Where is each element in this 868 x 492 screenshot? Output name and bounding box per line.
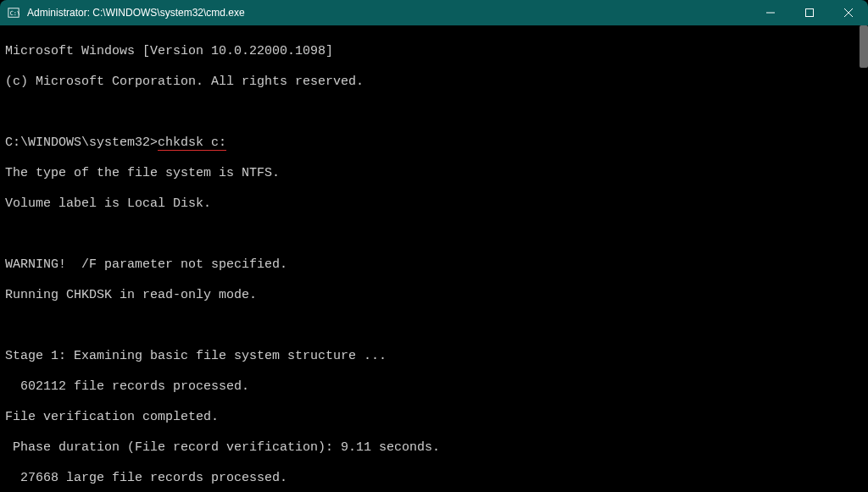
output-line: File verification completed. — [5, 410, 863, 425]
prompt-path: C:\WINDOWS\system32> — [5, 135, 158, 150]
terminal-output[interactable]: Microsoft Windows [Version 10.0.22000.10… — [0, 25, 868, 492]
close-button[interactable] — [829, 0, 868, 25]
blank-line — [5, 105, 863, 120]
svg-text:C:\: C:\ — [10, 10, 19, 17]
window-title: Administrator: C:\WINDOWS\system32\cmd.e… — [27, 7, 751, 19]
output-line: Running CHKDSK in read-only mode. — [5, 288, 863, 303]
output-line: Stage 1: Examining basic file system str… — [5, 349, 863, 364]
title-bar: C:\ Administrator: C:\WINDOWS\system32\c… — [0, 0, 868, 25]
blank-line — [5, 227, 863, 242]
scrollbar-thumb[interactable] — [860, 25, 868, 68]
blank-line — [5, 318, 863, 334]
window-controls — [751, 0, 868, 25]
minimize-button[interactable] — [751, 0, 790, 25]
output-line: 27668 large file records processed. — [5, 471, 863, 486]
output-line: The type of the file system is NTFS. — [5, 166, 863, 181]
cmd-icon: C:\ — [7, 6, 20, 19]
command-input: chkdsk c: — [158, 135, 226, 151]
output-line: Volume label is Local Disk. — [5, 196, 863, 212]
output-line: Phase duration (File record verification… — [5, 440, 863, 456]
output-line: 602112 file records processed. — [5, 379, 863, 395]
prompt-line: C:\WINDOWS\system32>chkdsk c: — [5, 135, 863, 151]
output-line: Microsoft Windows [Version 10.0.22000.10… — [5, 44, 863, 59]
output-line: (c) Microsoft Corporation. All rights re… — [5, 75, 863, 90]
svg-rect-3 — [806, 9, 814, 17]
output-line: WARNING! /F parameter not specified. — [5, 257, 863, 273]
maximize-button[interactable] — [790, 0, 829, 25]
